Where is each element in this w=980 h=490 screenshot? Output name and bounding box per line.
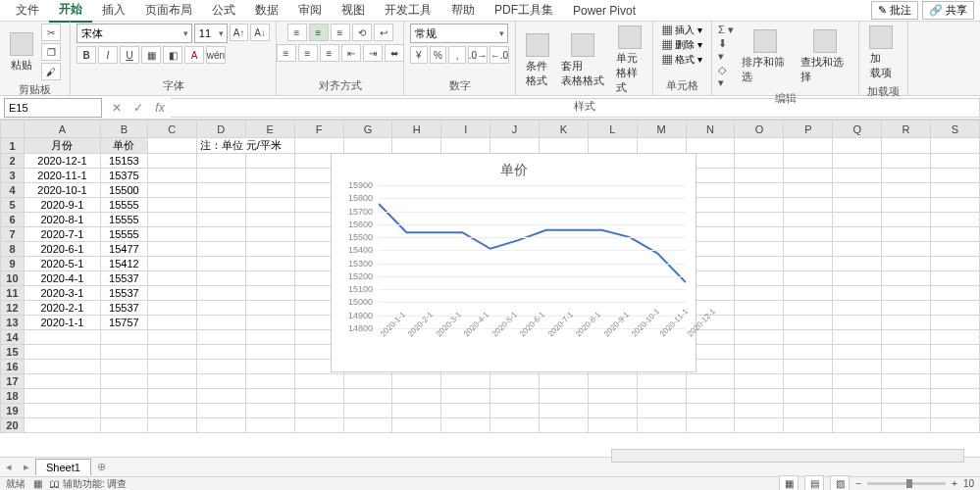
cell-O19[interactable] [735, 404, 784, 418]
sheet-tab-active[interactable]: Sheet1 [35, 459, 91, 475]
merge-button[interactable]: ⬌ [385, 44, 404, 62]
cell-D4[interactable] [196, 183, 245, 198]
cell-M20[interactable] [637, 418, 686, 433]
cell-K17[interactable] [540, 374, 589, 389]
cell-R18[interactable] [882, 389, 931, 404]
cell-P1[interactable] [784, 138, 833, 154]
align-right-button[interactable]: ≡ [320, 44, 339, 62]
row-header-19[interactable]: 19 [1, 404, 25, 418]
cell-O10[interactable] [735, 271, 784, 286]
row-header-8[interactable]: 8 [1, 242, 25, 257]
ribbon-tab-8[interactable]: 开发工具 [375, 0, 441, 22]
cell-O16[interactable] [735, 360, 784, 374]
ribbon-tab-11[interactable]: Power Pivot [563, 1, 645, 21]
cell-D16[interactable] [196, 360, 245, 374]
cell-P8[interactable] [784, 242, 833, 257]
view-page-button[interactable]: ▤ [804, 475, 824, 491]
cell-D18[interactable] [196, 389, 245, 404]
cell-D8[interactable] [196, 242, 245, 257]
col-header-H[interactable]: H [392, 121, 441, 138]
conditional-format-button[interactable]: 条件格式 [522, 31, 553, 90]
cell-O2[interactable] [735, 154, 784, 169]
cell-H20[interactable] [392, 418, 441, 433]
cell-C8[interactable] [147, 242, 196, 257]
cell-S15[interactable] [930, 345, 979, 360]
cell-C4[interactable] [147, 183, 196, 198]
cell-O8[interactable] [735, 242, 784, 257]
fx-button[interactable]: fx [149, 101, 171, 115]
cell-R3[interactable] [882, 169, 931, 183]
cell-R1[interactable] [882, 138, 931, 154]
cell-B6[interactable]: 15555 [100, 213, 147, 227]
cell-A9[interactable]: 2020-5-1 [24, 257, 100, 271]
cell-Q9[interactable] [833, 257, 882, 271]
cell-C7[interactable] [147, 227, 196, 242]
cell-B3[interactable]: 15375 [100, 169, 147, 183]
cell-S5[interactable] [930, 198, 979, 213]
cell-C11[interactable] [147, 286, 196, 301]
cell-E13[interactable] [245, 316, 294, 330]
copy-button[interactable]: ❐ [41, 43, 61, 61]
cell-J18[interactable] [490, 389, 540, 404]
cell-E9[interactable] [245, 257, 294, 271]
cell-A5[interactable]: 2020-9-1 [24, 198, 100, 213]
cell-A4[interactable]: 2020-10-1 [24, 183, 100, 198]
wrap-text-button[interactable]: ↩ [374, 24, 393, 41]
cell-O13[interactable] [735, 316, 784, 330]
cell-E17[interactable] [245, 374, 294, 389]
cell-S14[interactable] [930, 330, 979, 345]
col-header-J[interactable]: J [490, 121, 540, 138]
cell-M17[interactable] [637, 374, 686, 389]
cell-S17[interactable] [930, 374, 979, 389]
sheet-add-button[interactable]: ⊕ [91, 461, 112, 473]
cell-C13[interactable] [147, 316, 196, 330]
cell-O11[interactable] [735, 286, 784, 301]
confirm-fx-button[interactable]: ✓ [128, 101, 149, 115]
cell-A1[interactable]: 月份 [24, 138, 100, 154]
cell-E19[interactable] [245, 404, 294, 418]
col-header-S[interactable]: S [930, 121, 979, 138]
ribbon-tab-5[interactable]: 数据 [245, 0, 288, 22]
cell-H19[interactable] [392, 404, 441, 418]
font-name-select[interactable]: 宋体 [77, 24, 192, 43]
sheet-nav-prev[interactable]: ◂ [0, 461, 18, 473]
cell-F17[interactable] [294, 374, 343, 389]
cell-A20[interactable] [24, 418, 100, 433]
cell-P14[interactable] [784, 330, 833, 345]
row-header-2[interactable]: 2 [1, 154, 25, 169]
col-header-D[interactable]: D [196, 121, 245, 138]
row-header-1[interactable]: 1 [1, 138, 25, 154]
cell-B16[interactable] [100, 360, 147, 374]
cell-D17[interactable] [196, 374, 245, 389]
cell-S4[interactable] [930, 183, 979, 198]
phonetic-button[interactable]: wén [206, 46, 226, 64]
cell-O18[interactable] [735, 389, 784, 404]
cell-C12[interactable] [147, 301, 196, 316]
cell-E7[interactable] [245, 227, 294, 242]
cell-D1[interactable]: 注：单位 元/平米 [196, 138, 294, 154]
cell-A10[interactable]: 2020-4-1 [24, 271, 100, 286]
cell-S19[interactable] [930, 404, 979, 418]
find-select-button[interactable]: 查找和选择 [797, 27, 852, 86]
cell-E3[interactable] [245, 169, 294, 183]
cell-H17[interactable] [392, 374, 441, 389]
currency-button[interactable]: ¥ [410, 46, 428, 64]
align-top-button[interactable]: ≡ [287, 24, 307, 41]
cell-E6[interactable] [245, 213, 294, 227]
cell-R4[interactable] [882, 183, 931, 198]
cell-P7[interactable] [784, 227, 833, 242]
zoom-out-button[interactable]: − [855, 478, 861, 489]
cell-B2[interactable]: 15153 [100, 154, 147, 169]
cell-B7[interactable]: 15555 [100, 227, 147, 242]
cell-F1[interactable] [294, 138, 343, 154]
cell-E15[interactable] [245, 345, 294, 360]
cell-S2[interactable] [930, 154, 979, 169]
col-header-K[interactable]: K [540, 121, 589, 138]
cell-S1[interactable] [930, 138, 979, 154]
col-header-M[interactable]: M [637, 121, 686, 138]
row-header-12[interactable]: 12 [1, 301, 25, 316]
cell-R14[interactable] [882, 330, 931, 345]
cell-O20[interactable] [735, 418, 784, 433]
ribbon-tab-4[interactable]: 公式 [202, 0, 245, 22]
cell-O3[interactable] [735, 169, 784, 183]
